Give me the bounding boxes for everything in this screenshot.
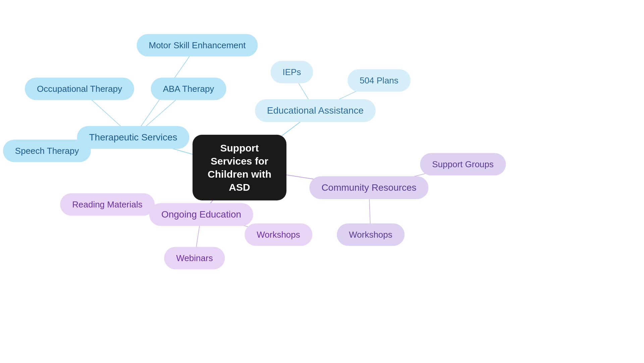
workshops-ongoing-node: Workshops bbox=[245, 224, 312, 246]
center-node: Support Services for Children with ASD bbox=[193, 135, 286, 200]
support-groups-node: Support Groups bbox=[420, 153, 506, 176]
504-plans-node: 504 Plans bbox=[347, 69, 411, 92]
occupational-therapy-node: Occupational Therapy bbox=[25, 78, 134, 100]
ieps-node: IEPs bbox=[271, 61, 313, 83]
educational-assistance-node: Educational Assistance bbox=[255, 99, 376, 122]
ongoing-education-node: Ongoing Education bbox=[149, 203, 253, 226]
reading-materials-node: Reading Materials bbox=[60, 193, 155, 216]
workshops-community-node: Workshops bbox=[337, 224, 405, 246]
therapeutic-services-node: Therapeutic Services bbox=[77, 126, 189, 149]
community-resources-node: Community Resources bbox=[309, 176, 428, 199]
motor-skill-enhancement-node: Motor Skill Enhancement bbox=[137, 34, 258, 57]
webinars-node: Webinars bbox=[164, 247, 225, 269]
aba-therapy-node: ABA Therapy bbox=[151, 78, 226, 100]
speech-therapy-node: Speech Therapy bbox=[3, 140, 91, 162]
